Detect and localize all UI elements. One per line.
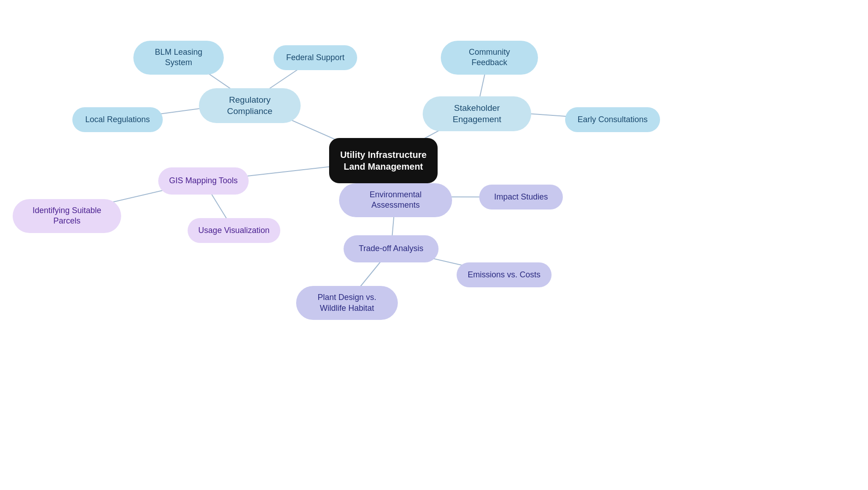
node-stakeholder[interactable]: Stakeholder Engagement: [423, 96, 531, 131]
center-node[interactable]: Utility Infrastructure Land Management: [329, 138, 438, 183]
node-local[interactable]: Local Regulations: [72, 107, 163, 132]
node-plant[interactable]: Plant Design vs. Wildlife Habitat: [296, 286, 398, 320]
node-usage[interactable]: Usage Visualization: [188, 218, 280, 243]
node-emissions[interactable]: Emissions vs. Costs: [457, 262, 552, 287]
node-federal[interactable]: Federal Support: [274, 45, 357, 70]
node-impact[interactable]: Impact Studies: [479, 185, 563, 209]
node-blm[interactable]: BLM Leasing System: [133, 41, 224, 75]
node-early[interactable]: Early Consultations: [565, 107, 660, 132]
node-tradeoff[interactable]: Trade-off Analysis: [344, 235, 439, 262]
node-regulatory[interactable]: Regulatory Compliance: [199, 88, 301, 123]
node-gis[interactable]: GIS Mapping Tools: [158, 167, 249, 195]
node-identifying[interactable]: Identifying Suitable Parcels: [13, 199, 121, 233]
node-environmental[interactable]: Environmental Assessments: [339, 183, 452, 217]
node-community[interactable]: Community Feedback: [441, 41, 538, 75]
